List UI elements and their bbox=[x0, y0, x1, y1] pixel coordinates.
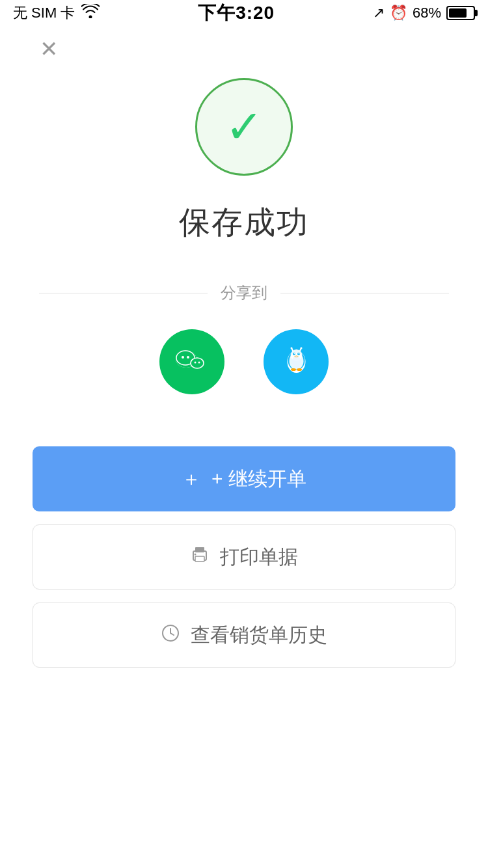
history-icon bbox=[161, 623, 180, 647]
qq-icon bbox=[278, 344, 314, 380]
svg-point-7 bbox=[198, 362, 200, 364]
history-button[interactable]: 查看销货单历史 bbox=[33, 603, 455, 668]
success-title: 保存成功 bbox=[179, 202, 309, 243]
share-section: 分享到 bbox=[0, 282, 488, 394]
wifi-icon bbox=[81, 4, 100, 22]
main-content: ✓ 保存成功 分享到 bbox=[0, 26, 488, 668]
wechat-icon bbox=[172, 342, 211, 381]
print-label: 打印单据 bbox=[220, 544, 298, 571]
print-icon bbox=[190, 546, 210, 569]
actions-container: ＋ + 继续开单 打印单据 查看销货单历 bbox=[0, 420, 488, 668]
svg-point-17 bbox=[291, 356, 301, 368]
svg-point-23 bbox=[300, 347, 302, 349]
status-left: 无 SIM 卡 bbox=[13, 3, 100, 23]
svg-rect-25 bbox=[195, 547, 204, 552]
divider-right bbox=[280, 293, 449, 293]
svg-point-5 bbox=[187, 356, 189, 359]
history-label: 查看销货单历史 bbox=[191, 622, 327, 649]
plus-icon: ＋ bbox=[182, 466, 201, 493]
location-icon: ↗ bbox=[373, 5, 385, 21]
share-divider: 分享到 bbox=[0, 282, 488, 303]
alarm-icon: ⏰ bbox=[390, 5, 407, 21]
close-icon: ✕ bbox=[40, 36, 58, 62]
checkmark-icon: ✓ bbox=[225, 104, 264, 150]
battery-percent: 68% bbox=[413, 5, 441, 21]
svg-rect-26 bbox=[195, 556, 204, 562]
wechat-share-button[interactable] bbox=[159, 329, 224, 394]
svg-point-15 bbox=[298, 353, 299, 354]
svg-point-19 bbox=[297, 368, 302, 371]
close-button[interactable]: ✕ bbox=[33, 33, 65, 65]
success-circle: ✓ bbox=[195, 78, 293, 176]
divider-left bbox=[39, 293, 208, 293]
battery-icon bbox=[446, 6, 475, 20]
status-bar: 无 SIM 卡 下午3:20 ↗ ⏰ 68% bbox=[0, 0, 488, 26]
share-label: 分享到 bbox=[208, 282, 280, 303]
svg-point-6 bbox=[195, 362, 197, 364]
svg-point-22 bbox=[290, 347, 292, 349]
svg-point-27 bbox=[195, 553, 197, 555]
svg-point-14 bbox=[293, 353, 295, 354]
continue-label: + 继续开单 bbox=[211, 466, 306, 493]
svg-point-18 bbox=[291, 368, 296, 371]
print-button[interactable]: 打印单据 bbox=[33, 524, 455, 590]
no-sim-text: 无 SIM 卡 bbox=[13, 3, 75, 23]
continue-button[interactable]: ＋ + 继续开单 bbox=[33, 446, 455, 511]
svg-point-4 bbox=[182, 356, 184, 359]
share-icons-container bbox=[0, 329, 488, 394]
qq-share-button[interactable] bbox=[264, 329, 329, 394]
svg-point-3 bbox=[191, 358, 204, 368]
status-time: 下午3:20 bbox=[198, 1, 275, 25]
status-right: ↗ ⏰ 68% bbox=[373, 5, 475, 21]
